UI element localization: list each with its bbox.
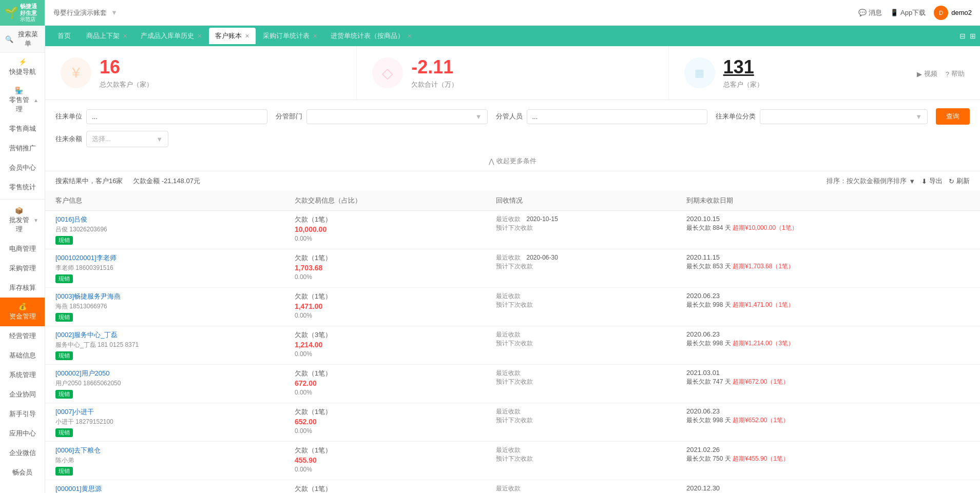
tab-close-product[interactable]: ✕ <box>197 33 202 40</box>
search-button[interactable]: 查询 <box>936 108 970 125</box>
tab-home[interactable]: 首页 <box>49 28 79 44</box>
tab-minimize-icon[interactable]: ⊟ <box>959 32 966 40</box>
filter-group-origin-unit: 往来单位 ... <box>55 109 267 124</box>
table-row: [0003]畅捷服务尹海燕 海燕 18513066976 现销 欠款（1笔） 1… <box>45 288 980 326</box>
video-button[interactable]: ▶ 视频 <box>917 69 937 78</box>
tab-customer-account[interactable]: 客户账本 ✕ <box>209 28 256 44</box>
customer-name-link-5[interactable]: [0007]小进干 <box>55 407 274 417</box>
sidebar-item-purchase[interactable]: 采购管理 <box>0 259 45 278</box>
user-area[interactable]: D demo2 <box>934 6 972 20</box>
stat-value-debt-customers: 16 <box>100 56 153 78</box>
sidebar-item-operation[interactable]: 经营管理 <box>0 326 45 346</box>
filter-group-balance: 往来余额 选择... ▼ <box>55 131 970 147</box>
cell-overdue-1: 2020.11.15 最长欠款 853 天 超期¥1,703.68（1笔） <box>676 249 980 288</box>
tab-close-goods[interactable]: ✕ <box>123 33 127 40</box>
sidebar-item-search[interactable]: 🔍 搜索菜单 <box>0 26 45 53</box>
sidebar-item-enterprise[interactable]: 企业协同 <box>0 385 45 404</box>
table-toolbar: 搜索结果中，客户16家 欠款金额 -21,148.07元 排序：按欠款金额倒序排… <box>45 171 980 191</box>
sidebar-item-membership[interactable]: 会员中心 <box>0 158 45 178</box>
recovery-next-1: 预计下次收款 <box>496 262 666 271</box>
sidebar-item-nav[interactable]: ⚡ 快捷导航 <box>0 53 45 82</box>
cell-recovery-2: 最近收款 预计下次收款 <box>486 288 676 326</box>
sidebar-item-vip[interactable]: 畅会员 <box>0 463 45 482</box>
debt-amount-2: 1,471.00 <box>295 302 475 310</box>
overdue-link-3[interactable]: 超期¥1,214.00（3笔） <box>733 340 794 347</box>
tab-close-customer[interactable]: ✕ <box>245 33 249 40</box>
retail-icon: 🏪 <box>15 87 23 94</box>
overdue-link-6[interactable]: 超期¥455.90（1笔） <box>733 455 789 462</box>
customer-sub-4: 用户2050 18665062050 <box>55 379 274 388</box>
customer-name-link-1[interactable]: [0001020001]李老师 <box>55 253 274 263</box>
recovery-last-3: 最近收款 <box>496 330 666 339</box>
overdue-link-0[interactable]: 超期¥10,000.00（1笔） <box>733 224 798 231</box>
overdue-link-1[interactable]: 超期¥1,703.68（1笔） <box>733 263 794 270</box>
debt-total-text: 欠款金额 -21,148.07元 <box>133 177 200 185</box>
overdue-date-7: 2020.12.30 <box>686 484 970 492</box>
finance-icon: 💰 <box>18 303 27 310</box>
table-row: [0007]小进干 小进干 18279152100 现销 欠款（1笔） 652.… <box>45 403 980 442</box>
sidebar-item-inventory[interactable]: 库存核算 <box>0 278 45 298</box>
overdue-days-1: 最长欠款 853 天 <box>686 263 733 270</box>
recovery-last-4: 最近收款 <box>496 369 666 378</box>
tab-purchase-order[interactable]: 采购订单统计表 ✕ <box>257 28 323 44</box>
customer-sub-5: 小进干 18279152100 <box>55 418 274 426</box>
recovery-last-2: 最近收款 <box>496 292 666 301</box>
sidebar-item-ecommerce[interactable]: 电商管理 <box>0 239 45 259</box>
customer-name-link-3[interactable]: [0002]服务中心_丁磊 <box>55 330 274 340</box>
customer-name-link-6[interactable]: [0006]去下粮仓 <box>55 446 274 455</box>
sidebar-item-finance[interactable]: 💰 资金管理 <box>0 298 45 326</box>
username: demo2 <box>951 9 972 16</box>
customer-name-link-4[interactable]: [000002]用户2050 <box>55 369 274 378</box>
unit-category-chevron-icon: ▼ <box>915 113 922 121</box>
overdue-link-2[interactable]: 超期¥1,471.00（1笔） <box>733 301 794 308</box>
tab-close-stock[interactable]: ✕ <box>407 33 412 40</box>
customer-name-link-2[interactable]: [0003]畅捷服务尹海燕 <box>55 292 274 301</box>
app-download-button[interactable]: 📱 App下载 <box>890 8 926 17</box>
tab-product-history[interactable]: 产成品入库单历史 ✕ <box>134 28 208 44</box>
cell-debt-1: 欠款（1笔） 1,703.68 0.00% <box>284 249 486 288</box>
sidebar-item-system[interactable]: 系统管理 <box>0 365 45 385</box>
export-button[interactable]: ⬇ 导出 <box>921 176 943 186</box>
unit-category-select[interactable]: ▼ <box>760 109 928 124</box>
tab-close-purchase[interactable]: ✕ <box>313 33 317 40</box>
sidebar-item-newbie[interactable]: 新手引导 <box>0 404 45 424</box>
sidebar-item-apps[interactable]: 应用中心 <box>0 424 45 443</box>
sidebar-item-basic[interactable]: 基础信息 <box>0 346 45 365</box>
sidebar-item-marketing[interactable]: 营销推广 <box>0 139 45 158</box>
stat-info-total: 131 总客户（家） <box>723 56 763 89</box>
sidebar-item-retail[interactable]: 🏪 零售管理 ▲ <box>0 82 45 119</box>
sidebar-item-retail-shop[interactable]: 零售商城 <box>0 119 45 139</box>
customer-name-link-0[interactable]: [0016]吕俊 <box>55 215 274 224</box>
sidebar-item-wechat[interactable]: 企业微信 <box>0 443 45 463</box>
cell-overdue-0: 2020.10.15 最长欠款 884 天 超期¥10,000.00（1笔） <box>676 211 980 249</box>
recovery-last-1: 最近收款 2020-06-30 <box>496 253 666 262</box>
overdue-link-4[interactable]: 超期¥672.00（1笔） <box>733 378 789 385</box>
cell-customer-4: [000002]用户2050 用户2050 18665062050 现销 <box>45 365 284 403</box>
sort-selector[interactable]: 排序：按欠款金额倒序排序 ▼ <box>827 176 915 186</box>
recovery-last-0: 最近收款 2020-10-15 <box>496 215 666 224</box>
tab-goods-offshelf[interactable]: 商品上下架 ✕ <box>80 28 133 44</box>
collapse-button[interactable]: ⋀ 收起更多条件 <box>489 156 536 166</box>
refresh-button[interactable]: ↻ 刷新 <box>949 176 970 186</box>
origin-unit-input[interactable]: ... <box>86 109 267 124</box>
balance-select[interactable]: 选择... ▼ <box>86 131 168 147</box>
refresh-icon: ↻ <box>949 178 954 185</box>
dept-select[interactable]: ▼ <box>306 109 488 124</box>
debt-pct-0: 0.00% <box>295 235 312 242</box>
filter-row-1: 往来单位 ... 分管部门 ▼ 分管人员 ... <box>55 108 970 125</box>
help-button[interactable]: ? 帮助 <box>946 69 965 78</box>
manager-input[interactable]: ... <box>527 109 708 124</box>
stat-info-debt: 16 总欠款客户（家） <box>100 56 153 89</box>
sidebar-item-retail-stats[interactable]: 零售统计 <box>0 178 45 197</box>
tab-maximize-icon[interactable]: ⊞ <box>970 32 976 40</box>
sidebar-item-batch[interactable]: 📦 批发管理 ▼ <box>0 202 45 239</box>
overdue-days-5: 最长欠款 998 天 <box>686 417 733 424</box>
table-row: [0016]吕俊 吕俊 13026203696 现销 欠款（1笔） 10,000… <box>45 211 980 249</box>
cell-recovery-1: 最近收款 2020-06-30 预计下次收款 <box>486 249 676 288</box>
overdue-link-5[interactable]: 超期¥652.00（1笔） <box>733 417 789 424</box>
tab-stock-summary[interactable]: 进货单统计表（按商品） ✕ <box>324 28 418 44</box>
dropdown-icon[interactable]: ▼ <box>111 9 118 16</box>
customer-sub-2: 海燕 18513066976 <box>55 302 274 311</box>
customer-name-link-7[interactable]: [000001]黄思源 <box>55 484 274 493</box>
message-button[interactable]: 💬 消息 <box>858 8 882 17</box>
